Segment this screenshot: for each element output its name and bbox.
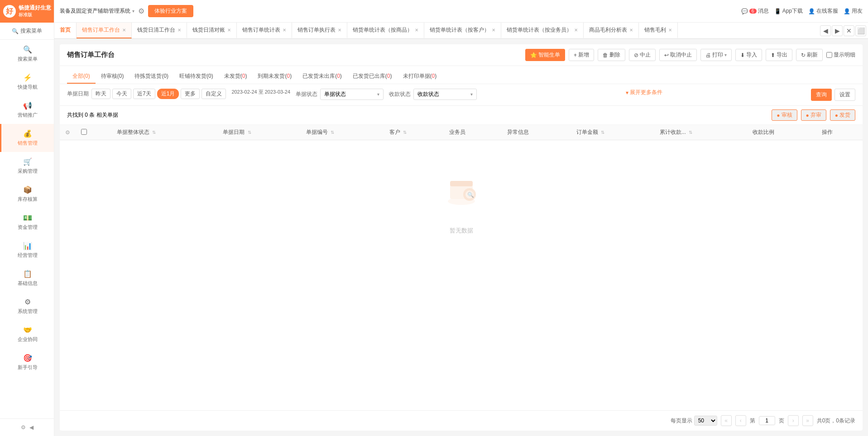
app-title-dropdown[interactable]: 装备及固定资产辅助管理系统 ▾ — [60, 7, 134, 15]
page-first-btn[interactable]: « — [721, 415, 732, 426]
subtab-pending-review[interactable]: 待审核(0) — [96, 70, 129, 84]
payment-filter-select[interactable]: 收款状态 ▾ — [413, 89, 477, 100]
tab-close-sales-stats-product[interactable]: ✕ — [415, 28, 418, 33]
sidebar-collapse-icon[interactable]: ◀ — [29, 424, 34, 431]
sidebar-settings-icon[interactable]: ⚙ — [21, 424, 26, 431]
tab-close-cash-reconcile[interactable]: ✕ — [227, 28, 231, 33]
message-badge: 6 — [749, 9, 757, 14]
cancel-review-btn[interactable]: ● 弃审 — [801, 109, 826, 121]
tab-close-product-margin[interactable]: ✕ — [629, 28, 633, 33]
tab-cash-daily[interactable]: 钱货日清工作台✕ — [132, 23, 187, 38]
th-number[interactable]: 单据编号 ⇅ — [301, 125, 384, 140]
smart-btn[interactable]: ⭐ 智能生单 — [525, 49, 565, 61]
refresh-btn[interactable]: ↻ 刷新 — [796, 49, 823, 61]
print-btn[interactable]: 🖨 打印 ▾ — [700, 49, 732, 61]
subtab-not-shipped[interactable]: 未发货(0) — [219, 70, 253, 84]
date-btn-近7天[interactable]: 近7天 — [133, 89, 155, 99]
search-icon: 🔍 — [12, 28, 19, 34]
tab-next-btn[interactable]: ▶ — [832, 25, 843, 36]
page-prev-btn[interactable]: ‹ — [735, 415, 746, 426]
show-detail-checkbox[interactable] — [826, 52, 832, 58]
th-collected[interactable]: 累计收款... ⇅ — [654, 125, 747, 140]
sidebar-item-marketing[interactable]: 📢 营销推广 — [0, 96, 54, 124]
date-btn-近1月[interactable]: 近1月 — [157, 89, 179, 99]
tab-close-sales-stats[interactable]: ✕ — [283, 28, 286, 33]
date-btn-昨天[interactable]: 昨天 — [91, 89, 110, 99]
subtab-not-printed[interactable]: 未打印单据(0) — [398, 70, 442, 84]
tab-close-sales-stats-customer[interactable]: ✕ — [492, 28, 495, 33]
tab-close-sales-stats-staff[interactable]: ✕ — [574, 28, 578, 33]
import-btn[interactable]: ⬇ 导入 — [735, 49, 762, 61]
page-last-btn[interactable]: » — [802, 415, 813, 426]
tab-close-cash-daily[interactable]: ✕ — [177, 28, 181, 33]
tab-maximize-btn[interactable]: ⬜ — [855, 25, 866, 36]
sidebar-item-enterprise[interactable]: 🤝 企业协同 — [0, 320, 54, 348]
tab-close-sales-exec[interactable]: ✕ — [338, 28, 341, 33]
tab-sales-stats[interactable]: 销售订单统计表✕ — [237, 23, 292, 38]
page-input[interactable] — [759, 416, 775, 425]
status-filter-select[interactable]: 单据状态 ▾ — [320, 89, 384, 100]
tab-label-sales-workbench: 销售订单工作台 — [82, 26, 120, 34]
sidebar-item-basic-info[interactable]: 📋 基础信息 — [0, 264, 54, 292]
subtab-shipped-not-in[interactable]: 已发货未出库(0) — [297, 70, 347, 84]
tab-sales-workbench[interactable]: 销售订单工作台✕ — [77, 23, 132, 38]
sidebar-item-purchase[interactable]: 🛒 采购管理 — [0, 152, 54, 180]
th-amount[interactable]: 订单金额 ⇅ — [571, 125, 654, 140]
tab-sales-stats-staff[interactable]: 销货单统计表（按业务员）✕ — [501, 23, 584, 38]
tab-close-sales-profit[interactable]: ✕ — [668, 28, 672, 33]
tab-sales-profit[interactable]: 销售毛利✕ — [639, 23, 678, 38]
th-customer[interactable]: 客户 ⇅ — [384, 125, 444, 140]
sidebar-search[interactable]: 🔍 搜索菜单 — [0, 23, 54, 40]
delete-btn[interactable]: 🗑 删除 — [598, 49, 625, 61]
subtab-all[interactable]: 全部(0) — [67, 70, 96, 84]
topbar-settings-icon[interactable]: ⚙ — [138, 7, 144, 15]
th-date[interactable]: 单据日期 ⇅ — [217, 125, 301, 140]
online-service-btn[interactable]: 👤 在线客服 — [808, 7, 838, 15]
sidebar-item-inventory[interactable]: 📦 库存核算 — [0, 180, 54, 208]
sidebar-item-quick-nav[interactable]: ⚡ 快捷导航 — [0, 68, 54, 96]
show-detail-toggle[interactable]: 显示明细 — [826, 51, 855, 59]
tab-sales-stats-customer[interactable]: 销货单统计表（按客户）✕ — [424, 23, 501, 38]
export-btn[interactable]: ⬆ 导出 — [766, 49, 792, 61]
tab-product-margin[interactable]: 商品毛利分析表✕ — [584, 23, 639, 38]
subtab-shipped-out[interactable]: 已发货已出库(0) — [347, 70, 398, 84]
tab-sales-stats-product[interactable]: 销货单统计表（按商品）✕ — [347, 23, 424, 38]
sidebar-item-search[interactable]: 🔍 搜索菜单 — [0, 40, 54, 68]
th-status[interactable]: 单据整体状态 ⇅ — [111, 125, 218, 140]
page-size-dropdown[interactable]: 20 50 100 — [694, 416, 717, 426]
query-btn[interactable]: 查询 — [811, 89, 832, 101]
sidebar-item-finance[interactable]: 💵 资金管理 — [0, 208, 54, 236]
tab-home[interactable]: 首页 — [54, 23, 77, 38]
message-btn[interactable]: 💬 6 消息 — [741, 7, 769, 15]
tab-cash-reconcile[interactable]: 钱货日清对账✕ — [187, 23, 237, 38]
date-btn-更多[interactable]: 更多 — [181, 89, 200, 99]
tab-close-all-btn[interactable]: ✕ — [844, 25, 854, 36]
subtab-overdue-not-shipped[interactable]: 到期未发货(0) — [252, 70, 297, 84]
subtab-pending-inspect[interactable]: 待拣货送货(0) — [129, 70, 174, 84]
date-btn-自定义[interactable]: 自定义 — [201, 89, 226, 99]
page-next-btn[interactable]: › — [788, 415, 799, 426]
review-btn[interactable]: ● 审核 — [772, 109, 797, 121]
sidebar-item-newbie[interactable]: 🎯 新手引导 — [0, 348, 54, 376]
expand-btn[interactable]: ▾ 展开更多条件 — [626, 89, 662, 96]
sidebar-item-sales[interactable]: 💰 销售管理 — [0, 124, 54, 152]
tab-sales-exec[interactable]: 销售订单执行表✕ — [292, 23, 347, 38]
cancel-stop-btn[interactable]: ↩ 取消中止 — [659, 49, 697, 61]
experience-btn[interactable]: 体验行业方案 — [148, 5, 193, 17]
tab-close-sales-workbench[interactable]: ✕ — [122, 28, 126, 33]
subtab-wangpu-pending[interactable]: 旺铺待发货(0) — [174, 70, 219, 84]
filter-settings-btn[interactable]: 设置 — [834, 89, 855, 101]
user-menu[interactable]: 👤 用友 — [844, 7, 863, 15]
tab-prev-btn[interactable]: ◀ — [820, 25, 831, 36]
select-all-checkbox[interactable] — [81, 129, 87, 135]
table-settings-col[interactable]: ⚙ — [60, 125, 76, 140]
add-btn[interactable]: + 新增 — [569, 49, 594, 61]
ship-btn[interactable]: ● 发货 — [830, 109, 855, 121]
sidebar-item-system[interactable]: ⚙ 系统管理 — [0, 292, 54, 320]
logo-title: 畅捷通好生意 — [19, 5, 51, 12]
stop-btn[interactable]: ⊘ 中止 — [629, 49, 656, 61]
finance-icon: 💵 — [23, 213, 32, 222]
date-btn-今天[interactable]: 今天 — [112, 89, 131, 99]
app-download-btn[interactable]: 📱 App下载 — [774, 7, 803, 15]
sidebar-item-operations[interactable]: 📊 经营管理 — [0, 236, 54, 264]
